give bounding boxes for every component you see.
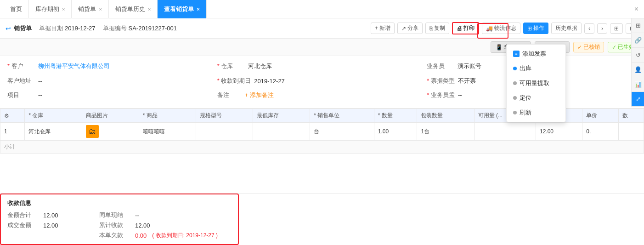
address-label: 客户地址 [7,77,35,85]
add-note-button[interactable]: + 添加备注 [245,91,274,99]
doc-meta: 单据日期 2019-12-27 单据编号 SA-20191227-001 [39,24,371,33]
outbound-dot [513,67,517,70]
tab-inventory-close[interactable]: × [62,6,65,12]
grid1-button[interactable]: ⊞ [610,23,623,34]
row-product: 嘻嘻嘻嘻 [139,123,196,141]
customer-value[interactable]: 柳州粤港平安气体有限公司 [35,61,113,72]
salesperson-value: -- [455,90,465,100]
window-close-button[interactable]: × [634,5,638,13]
note-label: 备注 [217,91,245,99]
sold-badge: ✓ 已核销 [573,42,604,52]
history-button[interactable]: 历史单据 [551,23,582,34]
share-icon: ↗ [401,25,406,32]
staff-label: 业务员 [427,62,454,70]
refresh-label: 刷新 [520,108,531,117]
row-warehouse: 河北仓库 [25,123,82,141]
copy-button[interactable]: ⎘ 复制 [425,23,449,34]
tab-inventory[interactable]: 库存期初 × [29,0,72,18]
right-panel-btn-6[interactable]: ⤢ [632,92,644,107]
payment-date-label: 收款到期日 [217,77,251,85]
col-quantity: * 数量 [374,109,417,123]
address-value: -- [35,76,45,86]
doc-number-label: 单据编号 [103,24,127,33]
row-min-stock [253,123,310,141]
row-spec [196,123,253,141]
payment-date-value: 2019-12-27 [251,76,288,86]
subtotal-row: 小计 [0,141,644,154]
col-min-stock: 最低库存 [253,109,310,123]
tab-sales-label: 销货单 [78,5,96,13]
right-panel-btn-2[interactable]: 🔗 [632,33,644,48]
logistics-button[interactable]: 🚚 物流信息 [482,23,520,34]
operation-button[interactable]: ⊞ 操作 [523,23,548,34]
owed-value: 0.00 [135,232,147,239]
table-row: 1 河北仓库 🗂 嘻嘻嘻嘻 台 1.00 1台 12.00 0. [0,123,644,141]
copy-icon: ⎘ [429,25,433,32]
doc-date-field: 单据日期 2019-12-27 [39,24,96,33]
tab-sales-history-close[interactable]: × [148,6,151,12]
project-field: 项目 -- [7,90,217,100]
salesperson-label: 业务员孟 [427,91,455,99]
col-spec: 规格型号 [196,109,253,123]
row-stock: 12.00 [536,123,582,141]
prev-button[interactable]: ‹ [584,23,594,34]
ticket-type-value: 不开票 [455,75,479,86]
right-panel: ⊞ 🔗 ↺ 👤 📊 ⤢ [631,18,644,107]
sold-label: 已核销 [583,43,600,51]
warehouse-value: 河北仓库 [245,61,275,72]
total-label: 金额合计 [7,211,40,219]
operation-label: 操作 [533,24,544,32]
gear-icon: ⚙ [4,113,9,119]
available-qty-dot [513,81,517,85]
locate-dot [513,96,517,100]
copy-label: 复制 [434,24,445,32]
payment-info-area: 收款信息 金额合计 12.00 同单现结 -- 成交金额 12.00 累计收款 … [0,193,644,245]
col-product-img: 商品图片 [82,109,139,123]
doc-type-icon: ↩ [6,25,11,32]
tab-view-sales[interactable]: 查看销货单 × [158,0,206,18]
right-panel-btn-4[interactable]: 👤 [632,63,644,77]
dropdown-locate[interactable]: 定位 [507,91,565,105]
same-order-label: 同单现结 [99,211,131,219]
owed-note: ( 收款到期日: 2019-12-27 ) [152,232,218,239]
payment-date-field: 收款到期日 2019-12-27 [217,76,427,86]
doc-number-field: 单据编号 SA-20191227-001 [103,24,177,33]
tab-bar: 首页 库存期初 × 销货单 × 销货单历史 × 查看销货单 × × [0,0,644,18]
warehouse-field: 仓库 河北仓库 [217,61,427,72]
col-pack-qty: 包装数量 [417,109,474,123]
cumulative-label: 累计收款 [99,221,131,229]
dropdown-add-invoice[interactable]: ≡ 添加发票 [507,46,565,61]
next-button[interactable]: › [597,23,607,34]
doc-type-label: 销货单 [14,24,32,33]
doc-number-value: SA-20191227-001 [129,25,177,32]
print-icon: 🖨 [457,25,462,32]
grid-icon: ⊞ [527,25,532,32]
warehouse-label: 仓库 [217,62,245,70]
right-panel-btn-5[interactable]: 📊 [632,77,644,92]
owed-item: 本单欠款 0.00 ( 收款到期日: 2019-12-27 ) [99,231,228,239]
col-warehouse: * 仓库 [25,109,82,123]
tab-sales-close[interactable]: × [99,6,102,12]
tab-view-sales-close[interactable]: × [197,6,199,12]
tab-inventory-label: 库存期初 [35,5,59,13]
effective-check-icon: ✓ [612,44,616,51]
tab-sales[interactable]: 销货单 × [72,0,108,18]
col-sales-unit: * 销售单位 [310,109,374,123]
dropdown-available-qty[interactable]: 可用量提取 [507,76,565,91]
share-button[interactable]: ↗ 分享 [397,23,423,34]
tab-sales-history[interactable]: 销货单历史 × [109,0,158,18]
tab-view-sales-label: 查看销货单 [164,5,194,13]
right-panel-btn-3[interactable]: ↺ [632,48,644,63]
right-panel-btn-1[interactable]: ⊞ [632,18,644,33]
dropdown-refresh[interactable]: 刷新 [507,105,565,120]
print-button[interactable]: 🖨 打印 [452,22,479,34]
dropdown-outbound[interactable]: 出库 [507,61,565,76]
payment-title: 收款信息 [7,199,637,207]
col-gear: ⚙ [0,109,25,123]
cumulative-item: 累计收款 12.00 [99,221,228,229]
customer-field: 客户 柳州粤港平安气体有限公司 [7,61,217,72]
total-value: 12.00 [43,212,58,219]
new-button[interactable]: + 新增 [371,23,395,34]
deal-amount-value: 12.00 [43,222,58,229]
tab-home[interactable]: 首页 [4,0,29,18]
